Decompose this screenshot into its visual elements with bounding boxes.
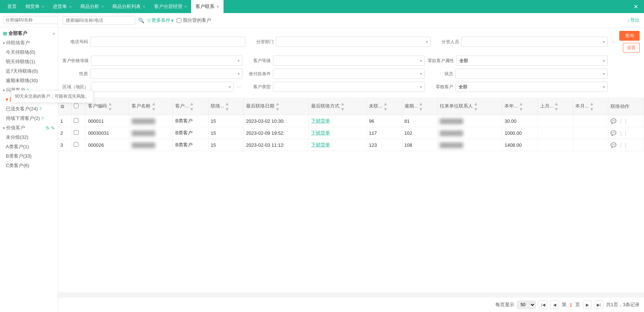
- col-uncontacted[interactable]: 未联...▲▼: [367, 98, 402, 115]
- sidebar-item-0-2[interactable]: 近7天待联络(0): [0, 66, 58, 76]
- page-last-button[interactable]: ▶|: [595, 300, 603, 309]
- select-all-checkbox[interactable]: [74, 104, 79, 108]
- action-icons: 💬 ⋮⋮: [611, 118, 641, 124]
- cell-last-method[interactable]: 下销货单: [309, 139, 367, 151]
- cell-actions[interactable]: 💬 ⋮⋮: [608, 127, 644, 139]
- more-actions-icon[interactable]: ⋮⋮: [619, 130, 628, 136]
- cell-checkbox[interactable]: [72, 115, 86, 127]
- row-checkbox[interactable]: [74, 118, 79, 123]
- cell-checkbox[interactable]: [72, 139, 86, 151]
- sidebar-item-2-0[interactable]: 未分组(32): [0, 133, 58, 142]
- page-first-button[interactable]: |◀: [539, 300, 547, 309]
- col-name[interactable]: 客户名称▲▼: [129, 98, 173, 115]
- col-last-date[interactable]: 最后联络日期▲▼: [243, 98, 309, 115]
- sidebar-item-0-1[interactable]: 明天待联络(1): [0, 57, 58, 66]
- sidebar-item-1-2[interactable]: 持续下滑客户(2)?: [0, 114, 58, 123]
- sidebar-tooltip: 90天未交易的客户，可能有流失风险。: [11, 90, 93, 103]
- sidebar-item-0-0[interactable]: 今天待联络(0): [0, 48, 58, 57]
- nav-tab-客户联系[interactable]: 客户联系×: [191, 0, 223, 13]
- sidebar-collapse-button[interactable]: «: [53, 31, 55, 36]
- page-size-label: 每页显示: [495, 301, 514, 308]
- sidebar-group-0[interactable]: ▾待联络客户: [0, 38, 58, 48]
- col-overdue[interactable]: 逾期...▲▼: [402, 98, 437, 115]
- tab-close-客户联系[interactable]: ×: [217, 4, 219, 9]
- col-this-month[interactable]: 本月...▲▼: [573, 98, 608, 115]
- page-size-select[interactable]: 50 100: [517, 301, 536, 309]
- row-checkbox[interactable]: [74, 130, 79, 135]
- col-type[interactable]: 客户...▲▼: [173, 98, 208, 115]
- phone-input[interactable]: [90, 37, 245, 47]
- cell-last-method[interactable]: 下销货单: [309, 115, 367, 127]
- gear-icon[interactable]: ⚙: [60, 104, 65, 109]
- horizontal-scrollbar[interactable]: [58, 293, 644, 297]
- tab-close-商品分析列表[interactable]: ×: [143, 4, 145, 9]
- region-more-button[interactable]: ···: [236, 84, 242, 89]
- row-checkbox[interactable]: [74, 142, 79, 147]
- sidebar-search-input[interactable]: [3, 16, 58, 24]
- cell-this-month: [573, 115, 608, 127]
- col-last-method[interactable]: 最后联络方式▲▼: [309, 98, 367, 115]
- search-button[interactable]: 🔍: [138, 17, 144, 23]
- refresh-icon[interactable]: ↻: [46, 125, 50, 131]
- chat-icon[interactable]: 💬: [611, 130, 616, 136]
- price-level-select[interactable]: [91, 56, 242, 66]
- info-icon[interactable]: ?: [41, 116, 44, 121]
- sidebar-item-0-3[interactable]: 逾期未联络(30): [0, 76, 58, 85]
- my-customers-checkbox-label[interactable]: 我分管的客户: [177, 17, 211, 24]
- more-conditions-button[interactable]: ▽ 更多条件 ▾: [147, 17, 174, 24]
- tab-close-客户分层经营[interactable]: ×: [185, 4, 187, 9]
- tab-close-商品分析[interactable]: ×: [101, 4, 104, 9]
- chat-icon[interactable]: 💬: [611, 142, 616, 148]
- sidebar-item-2-2[interactable]: B类客户(33): [0, 151, 58, 161]
- info-icon[interactable]: ?: [39, 107, 41, 111]
- scattered-select[interactable]: 全部: [455, 82, 608, 92]
- region-select[interactable]: [91, 82, 234, 92]
- col-contact-person[interactable]: 往来单位联系人▲▼: [437, 98, 502, 115]
- payment-select[interactable]: [273, 69, 425, 79]
- export-button[interactable]: ↑ 导出: [627, 17, 640, 24]
- col-this-year[interactable]: 本年...▲▼: [502, 98, 538, 115]
- customer-level-select[interactable]: [273, 56, 425, 66]
- nav-tab-进货单[interactable]: 进货单×: [48, 0, 76, 13]
- manager-more-button[interactable]: ···: [610, 39, 616, 44]
- settings-button[interactable]: 设置: [623, 43, 640, 53]
- page-prev-button[interactable]: ◀: [550, 300, 559, 309]
- col-contact[interactable]: 联络...▲▼: [208, 98, 243, 115]
- nature-select[interactable]: [90, 69, 242, 79]
- sidebar-item-2-1[interactable]: A类客户(1): [0, 142, 58, 151]
- tab-close-进货单[interactable]: ×: [69, 4, 71, 9]
- dept-select[interactable]: [276, 37, 431, 47]
- search-input[interactable]: [63, 16, 135, 25]
- query-button[interactable]: 查询: [619, 31, 640, 41]
- page-next-button[interactable]: ▶: [583, 300, 592, 309]
- contact-method-link[interactable]: 下销货单: [311, 142, 330, 147]
- cell-actions[interactable]: 💬 ⋮⋮: [608, 115, 644, 127]
- sidebar-item-2-3[interactable]: C类客户(6): [0, 161, 58, 170]
- chat-icon[interactable]: 💬: [611, 118, 616, 124]
- zero-customer-select[interactable]: 全部: [456, 56, 608, 66]
- cell-actions[interactable]: 💬 ⋮⋮: [608, 139, 644, 151]
- tab-close-销货单[interactable]: ×: [42, 4, 44, 9]
- page-label-post: 页: [575, 301, 580, 308]
- cell-checkbox[interactable]: [72, 127, 86, 139]
- nav-tab-商品分析列表[interactable]: 商品分析列表×: [108, 0, 149, 13]
- manager-select[interactable]: [461, 37, 608, 47]
- nav-tab-销货单[interactable]: 销货单×: [21, 0, 48, 13]
- nav-home[interactable]: 首页: [3, 0, 21, 13]
- cell-last-method[interactable]: 下销货单: [309, 127, 367, 139]
- status-select[interactable]: [455, 69, 608, 79]
- sidebar-group-2[interactable]: ▾价值客户↻✎: [0, 123, 58, 133]
- contact-method-link[interactable]: 下销货单: [311, 118, 330, 123]
- close-window-button[interactable]: ✕: [631, 3, 641, 10]
- customer-type-select[interactable]: [273, 82, 425, 92]
- col-last-month[interactable]: 上月...▲▼: [538, 98, 573, 115]
- edit-icon[interactable]: ✎: [51, 125, 55, 131]
- contact-method-link[interactable]: 下销货单: [311, 130, 330, 135]
- action-icons: 💬 ⋮⋮: [611, 142, 641, 148]
- more-actions-icon[interactable]: ⋮⋮: [619, 142, 628, 148]
- more-actions-icon[interactable]: ⋮⋮: [619, 118, 628, 124]
- sidebar-item-1-1[interactable]: 已流失客户(24)?: [0, 104, 58, 114]
- my-customers-checkbox[interactable]: [177, 18, 181, 23]
- nav-tab-客户分层经营[interactable]: 客户分层经营×: [150, 0, 191, 13]
- nav-tab-商品分析[interactable]: 商品分析×: [76, 0, 108, 13]
